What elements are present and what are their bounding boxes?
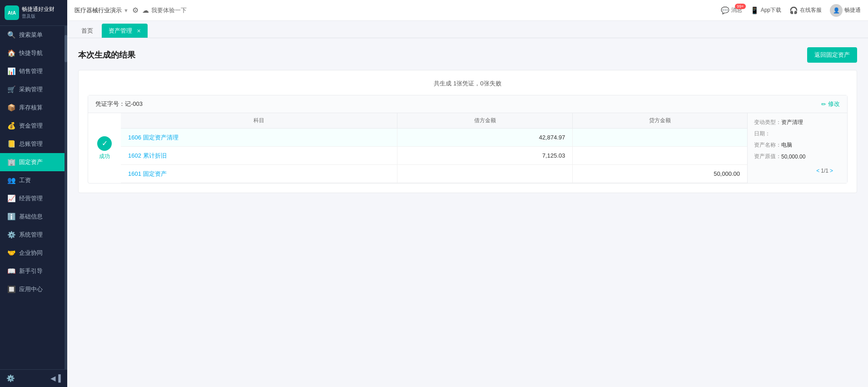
sidebar-item-label: 新手引导 xyxy=(19,267,43,275)
search-icon: 🔍 xyxy=(7,31,15,39)
message-button[interactable]: 💬 消息 99+ xyxy=(721,6,742,15)
enterprise-icon: 🤝 xyxy=(7,249,15,257)
return-button[interactable]: 返回固定资产 xyxy=(807,47,857,63)
sidebar-item-fixed-assets[interactable]: 🏢固定资产 xyxy=(0,153,64,171)
tab-close-icon[interactable]: ✕ xyxy=(137,28,141,34)
company-dropdown-arrow: ▼ xyxy=(124,8,129,13)
online-service-icon: 🎧 xyxy=(789,6,798,15)
table-row: 1606 固定资产清理 42,874.97 xyxy=(121,129,747,147)
sidebar-item-label: 总账管理 xyxy=(19,140,43,148)
sidebar-item-ledger[interactable]: 📒总账管理 xyxy=(0,135,64,153)
pagination-next[interactable]: > xyxy=(830,168,833,174)
sidebar-item-search[interactable]: 🔍搜索菜单 xyxy=(0,26,64,44)
sidebar-item-app-center[interactable]: 🔲应用中心 xyxy=(0,280,64,298)
change-type-label: 变动类型： xyxy=(754,119,781,126)
settings-gear-icon[interactable]: ⚙ xyxy=(132,6,139,15)
quick-nav-icon: 🏠 xyxy=(7,49,15,57)
asset-name-label: 资产名称： xyxy=(754,141,781,149)
cell-credit: 50,000.00 xyxy=(573,165,747,183)
fixed-assets-icon: 🏢 xyxy=(7,158,15,166)
voucher-section: 凭证字号：记-003 ✏ 修改 ✓ 成功 xyxy=(88,95,848,184)
sidebar-item-guide[interactable]: 📖新手引导 xyxy=(0,262,64,280)
basic-info-icon: ℹ️ xyxy=(7,213,15,221)
col-debit: 借方金额 xyxy=(397,113,572,129)
username-label: 畅捷通 xyxy=(844,6,861,14)
tab-asset-management[interactable]: 资产管理 ✕ xyxy=(102,24,148,38)
sidebar-item-label: 固定资产 xyxy=(19,158,43,166)
sidebar-item-operations[interactable]: 📈经营管理 xyxy=(0,189,64,208)
operations-icon: 📈 xyxy=(7,194,15,203)
tab-home[interactable]: 首页 xyxy=(74,24,100,38)
app-download-label: App下载 xyxy=(761,6,781,14)
app-download-button[interactable]: 📱 App下载 xyxy=(750,6,781,15)
asset-value-value: 50,000.00 xyxy=(781,154,805,160)
company-selector[interactable]: 医疗器械行业演示 ▼ xyxy=(74,6,129,15)
sidebar-item-finance[interactable]: 💰资金管理 xyxy=(0,117,64,135)
sidebar-scrollbar[interactable] xyxy=(64,26,67,369)
online-service-label: 在线客服 xyxy=(800,6,822,14)
app-download-icon: 📱 xyxy=(750,6,759,15)
avatar: 👤 xyxy=(830,4,843,17)
sidebar-item-enterprise[interactable]: 🤝企业协同 xyxy=(0,244,64,262)
collapse-icon[interactable]: ◀▐ xyxy=(50,374,61,382)
trial-icon: ☁ xyxy=(142,6,149,15)
voucher-body: ✓ 成功 科目 借方金额 贷方金额 xyxy=(88,113,847,183)
cell-subject: 1602 累计折旧 xyxy=(121,147,397,165)
sidebar-scrollbar-thumb[interactable] xyxy=(64,35,67,62)
info-asset-value: 资产原值： 50,000.00 xyxy=(754,153,841,160)
info-asset-name: 资产名称： 电脑 xyxy=(754,141,841,149)
sidebar-item-basic-info[interactable]: ℹ️基础信息 xyxy=(0,208,64,226)
sidebar-item-system[interactable]: ⚙️系统管理 xyxy=(0,226,64,244)
voucher-number: 凭证字号：记-003 xyxy=(95,100,143,108)
pagination-info: 1/1 xyxy=(821,168,828,174)
trial-button[interactable]: ☁ 我要体验一下 xyxy=(142,6,187,15)
sidebar-item-label: 基础信息 xyxy=(19,213,43,221)
system-icon: ⚙️ xyxy=(7,231,15,239)
asset-name-value: 电脑 xyxy=(781,141,792,149)
logo-icon: AtA xyxy=(5,5,19,20)
sidebar-item-purchase[interactable]: 🛒采购管理 xyxy=(0,80,64,99)
edit-icon: ✏ xyxy=(821,101,826,108)
voucher-info-panel: 变动类型： 资产清理 日期： 资产名称： 电脑 资产原值： xyxy=(747,113,847,183)
voucher-status: ✓ 成功 xyxy=(88,113,121,183)
sidebar-item-quick-nav[interactable]: 🏠快捷导航 xyxy=(0,44,64,62)
topbar-right: 💬 消息 99+ 📱 App下载 🎧 在线客服 👤 畅捷通 xyxy=(721,4,861,17)
page-header: 本次生成的结果 返回固定资产 xyxy=(78,47,857,63)
message-badge: 99+ xyxy=(735,4,745,9)
table-row: 1602 累计折旧 7,125.03 xyxy=(121,147,747,165)
pagination-prev[interactable]: < xyxy=(816,168,819,174)
cell-debit: 42,874.97 xyxy=(397,129,572,147)
result-panel: 共生成 1张凭证，0张失败 凭证字号：记-003 ✏ 修改 ✓ 成功 xyxy=(78,70,857,193)
ledger-icon: 📒 xyxy=(7,140,15,148)
edit-button[interactable]: ✏ 修改 xyxy=(821,100,840,108)
tabbar: 首页 资产管理 ✕ xyxy=(67,21,868,38)
topbar: 医疗器械行业演示 ▼ ⚙ ☁ 我要体验一下 💬 消息 99+ 📱 App下载 🎧… xyxy=(67,0,868,21)
sidebar-item-inventory[interactable]: 📦库存核算 xyxy=(0,99,64,117)
info-date: 日期： xyxy=(754,130,841,138)
sidebar-item-label: 企业协同 xyxy=(19,249,43,257)
sidebar-item-label: 系统管理 xyxy=(19,231,43,239)
sidebar-item-label: 销售管理 xyxy=(19,67,43,75)
sidebar-item-label: 应用中心 xyxy=(19,285,43,293)
user-avatar-area[interactable]: 👤 畅捷通 xyxy=(830,4,861,17)
trial-label: 我要体验一下 xyxy=(151,6,187,15)
sidebar: AtA 畅捷通好业财 普及版 🔍搜索菜单🏠快捷导航📊销售管理🛒采购管理📦库存核算… xyxy=(0,0,67,387)
voucher-header: 凭证字号：记-003 ✏ 修改 xyxy=(88,95,847,113)
cell-subject: 1606 固定资产清理 xyxy=(121,129,397,147)
app-name: 畅捷通好业财 xyxy=(22,6,55,13)
app-edition: 普及版 xyxy=(22,13,55,20)
topbar-left: 医疗器械行业演示 ▼ ⚙ ☁ 我要体验一下 xyxy=(74,6,187,15)
sidebar-item-label: 资金管理 xyxy=(19,122,43,130)
sidebar-footer: ⚙️ ◀▐ xyxy=(0,369,67,387)
sidebar-nav: 🔍搜索菜单🏠快捷导航📊销售管理🛒采购管理📦库存核算💰资金管理📒总账管理🏢固定资产… xyxy=(0,26,64,369)
sidebar-item-label: 工资 xyxy=(19,176,31,184)
asset-value-label: 资产原值： xyxy=(754,153,781,160)
col-credit: 贷方金额 xyxy=(573,113,747,129)
sales-icon: 📊 xyxy=(7,67,15,75)
settings-icon[interactable]: ⚙️ xyxy=(6,374,15,382)
sidebar-item-payroll[interactable]: 👥工资 xyxy=(0,171,64,189)
sidebar-item-sales[interactable]: 📊销售管理 xyxy=(0,62,64,80)
voucher-table: 科目 借方金额 贷方金额 1606 固定资产清理 42,874.97 1602 … xyxy=(121,113,747,183)
guide-icon: 📖 xyxy=(7,267,15,275)
online-service-button[interactable]: 🎧 在线客服 xyxy=(789,6,822,15)
